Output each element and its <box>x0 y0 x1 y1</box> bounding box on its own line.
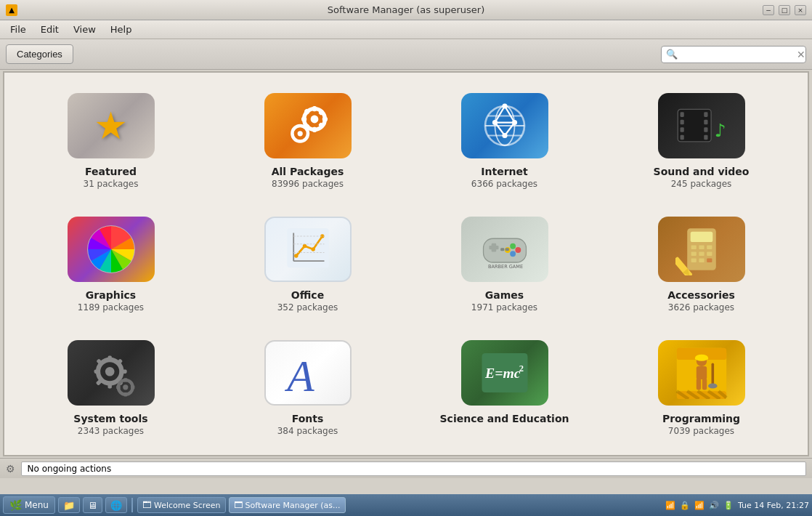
chart-svg <box>282 223 334 275</box>
menu-help[interactable]: Help <box>103 22 139 37</box>
svg-rect-31 <box>680 135 683 140</box>
svg-rect-77 <box>121 370 126 374</box>
sound-video-count: 245 packages <box>671 179 732 189</box>
svg-rect-78 <box>94 370 100 374</box>
window-controls: − □ × <box>763 5 806 15</box>
svg-point-44 <box>311 247 314 251</box>
svg-rect-69 <box>707 252 712 256</box>
search-icon: 🔍 <box>666 49 678 60</box>
category-system-tools[interactable]: System tools 2343 packages <box>16 331 206 448</box>
svg-rect-4 <box>322 117 327 121</box>
maximize-button[interactable]: □ <box>779 5 790 15</box>
category-programming[interactable]: Programming 7039 packages <box>606 331 796 448</box>
office-name: Office <box>291 289 324 301</box>
minimize-button[interactable]: − <box>763 5 774 15</box>
svg-point-54 <box>515 247 521 253</box>
menu-bar: File Edit View Help <box>0 20 812 39</box>
featured-name: Featured <box>85 166 137 177</box>
svg-rect-88 <box>116 386 120 390</box>
menu-file[interactable]: File <box>3 22 33 37</box>
svg-rect-57 <box>500 248 504 251</box>
datetime: Tue 14 Feb, 21:27 <box>738 501 809 510</box>
svg-rect-68 <box>699 252 704 256</box>
taskbar: 🌿 Menu 📁 🖥 🌐 🗔 Welcome Screen 🗖 Software… <box>0 494 812 516</box>
graphics-icon <box>68 217 155 282</box>
menu-view[interactable]: View <box>66 22 103 37</box>
system-tools-name: System tools <box>73 413 147 424</box>
svg-rect-67 <box>691 252 696 256</box>
system-tools-count: 2343 packages <box>78 426 144 436</box>
category-sound-video[interactable]: ♪ Sound and video 245 packages <box>606 84 796 201</box>
svg-text:2: 2 <box>519 363 523 374</box>
svg-point-25 <box>502 133 507 138</box>
color-wheel-svg <box>85 223 137 275</box>
svg-rect-85 <box>123 378 127 382</box>
category-science[interactable]: E=mc 2 Science and Education <box>410 331 599 448</box>
battery-icon: 🔋 <box>723 501 734 510</box>
svg-rect-70 <box>691 259 696 262</box>
svg-rect-34 <box>704 127 707 132</box>
svg-rect-97 <box>695 357 708 360</box>
svg-rect-64 <box>691 246 696 249</box>
status-gear-icon: ⚙ <box>6 463 15 475</box>
taskbar-file-manager[interactable]: 📁 <box>58 497 80 513</box>
taskbar-tray: 📶 🔒 📶 🔊 🔋 Tue 14 Feb, 21:27 <box>665 501 809 510</box>
gears-svg <box>282 100 334 152</box>
programming-count: 7039 packages <box>668 426 734 436</box>
svg-point-1 <box>310 116 318 124</box>
svg-rect-101 <box>711 363 714 387</box>
network-icon: 📶 <box>665 501 675 510</box>
svg-rect-99 <box>696 378 700 390</box>
taskbar-menu-button[interactable]: 🌿 Menu <box>3 496 55 514</box>
internet-name: Internet <box>481 166 527 177</box>
all-packages-name: All Packages <box>272 166 344 177</box>
svg-rect-66 <box>707 246 712 249</box>
accessories-count: 3626 packages <box>668 302 734 313</box>
category-accessories[interactable]: Accessories 3626 packages <box>606 208 796 324</box>
svg-rect-65 <box>699 246 704 249</box>
svg-rect-30 <box>680 127 683 132</box>
system-gears-svg <box>85 347 137 399</box>
svg-rect-61 <box>690 232 712 242</box>
graphics-name: Graphics <box>86 289 136 301</box>
search-box: 🔍 ✕ <box>661 46 806 63</box>
category-all-packages[interactable]: All Packages 83996 packages <box>213 84 402 201</box>
search-clear-icon[interactable]: ✕ <box>797 49 805 60</box>
category-office[interactable]: Office 352 packages <box>213 208 402 324</box>
svg-rect-33 <box>704 120 707 125</box>
search-input[interactable] <box>681 49 797 60</box>
science-icon: E=mc 2 <box>461 340 548 406</box>
toolbar: Categories 🔍 ✕ <box>0 39 812 70</box>
svg-rect-32 <box>704 112 707 117</box>
svg-point-43 <box>302 244 306 248</box>
games-name: Games <box>485 289 524 301</box>
science-svg: E=mc 2 <box>479 347 531 399</box>
svg-rect-71 <box>699 259 704 262</box>
taskbar-terminal[interactable]: 🖥 <box>83 497 102 513</box>
category-internet[interactable]: Internet 6366 packages <box>410 84 599 201</box>
svg-rect-52 <box>491 243 496 252</box>
svg-point-53 <box>510 243 516 249</box>
taskbar-software-manager[interactable]: 🗖 Software Manager (as... <box>229 497 346 513</box>
close-button[interactable]: × <box>795 5 806 15</box>
status-message: No ongoing actions <box>28 464 112 474</box>
science-name: Science and Education <box>440 413 569 424</box>
categories-button[interactable]: Categories <box>6 44 73 64</box>
featured-count: 31 packages <box>84 179 139 189</box>
sound-video-name: Sound and video <box>654 166 750 177</box>
category-featured[interactable]: ★ Featured 31 packages <box>16 84 206 201</box>
taskbar-welcome-screen[interactable]: 🗔 Welcome Screen <box>137 497 226 513</box>
featured-icon: ★ <box>68 93 155 158</box>
menu-edit[interactable]: Edit <box>33 22 66 37</box>
category-graphics[interactable]: Graphics 1189 packages <box>16 208 206 324</box>
svg-rect-28 <box>680 112 683 117</box>
calculator-svg <box>675 223 728 275</box>
svg-rect-58 <box>505 248 508 251</box>
sound-video-icon: ♪ <box>658 93 745 158</box>
globe-svg <box>479 100 531 152</box>
fonts-name: Fonts <box>292 413 324 424</box>
category-fonts[interactable]: A Fonts 384 packages <box>213 331 402 448</box>
taskbar-browser[interactable]: 🌐 <box>105 497 127 513</box>
svg-rect-100 <box>702 378 706 390</box>
category-games[interactable]: BARBER GAME Games 1971 packages <box>410 208 599 324</box>
